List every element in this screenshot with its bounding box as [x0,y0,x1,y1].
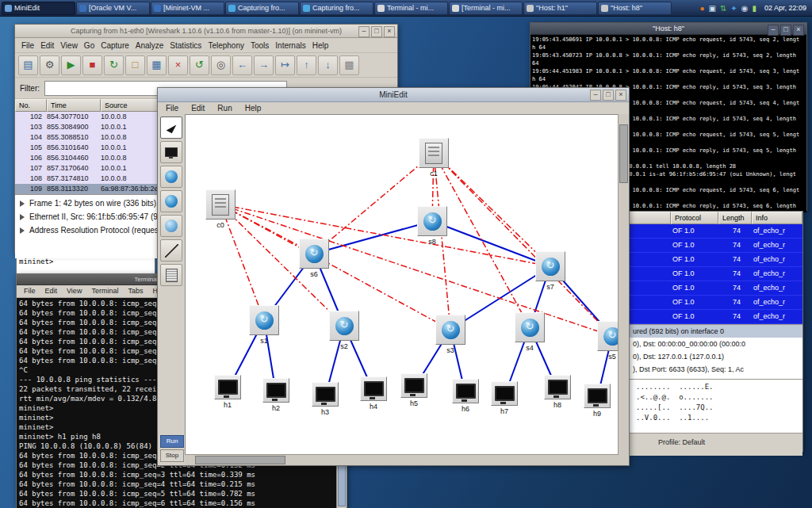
node-c0[interactable]: c0 [205,189,236,229]
canvas-vscrollbar[interactable] [618,114,629,455]
menu-analyze[interactable]: Analyze [132,39,167,52]
netlink-tool[interactable] [160,239,182,262]
menu-view[interactable]: View [62,285,86,297]
taskbar-item[interactable]: [Terminal - mi... [449,2,523,15]
maximize-button[interactable]: □ [780,25,791,36]
run-button[interactable]: Run [160,435,184,448]
legacy-switch-tool[interactable] [160,190,182,212]
link-c0-s7[interactable] [220,204,550,266]
menu-edit[interactable]: Edit [40,285,63,297]
node-h7[interactable]: h7 [489,381,519,415]
menu-help[interactable]: Help [309,39,332,52]
link-c1-s5[interactable] [434,153,612,336]
menu-file[interactable]: File [19,285,40,297]
host-tool[interactable] [160,141,182,163]
colorize-icon[interactable]: ▩ [339,55,359,75]
scrollbar-thumb[interactable] [195,456,285,464]
stop-capture-icon[interactable]: ■ [82,55,102,75]
of-packet-row[interactable]: OF 1.074of_echo_r [606,239,802,253]
menu-telephony[interactable]: Telephony [205,39,247,52]
open-file-icon[interactable]: □ [125,55,145,75]
node-h6[interactable]: h6 [450,379,481,413]
node-s3[interactable]: s3 [435,315,465,354]
menu-help[interactable]: Help [239,102,268,115]
node-s6[interactable]: s6 [299,239,329,278]
node-h5[interactable]: h5 [399,373,429,407]
of-detail-line[interactable]: ured (592 bits) on interface 0 [606,325,802,338]
menu-statistics[interactable]: Statistics [167,39,205,52]
clock[interactable]: 02 Apr, 22:09 [764,4,806,12]
node-s5[interactable]: s5 [597,321,620,361]
of-detail-line[interactable]: 0), Dst: 00:00:00_00:00:00 (00:00:0 [606,338,802,350]
menu-tabs[interactable]: Tabs [123,285,147,297]
node-c1[interactable]: c1 [419,138,449,178]
volume-icon[interactable]: ◉ [741,4,749,13]
of-packet-row[interactable]: OF 1.074of_echo_r [606,267,802,281]
of-packet-row[interactable]: OF 1.074of_echo_r [606,253,802,267]
scrollbar-thumb[interactable] [619,124,628,183]
link-c1-s7[interactable] [434,153,550,266]
menu-edit[interactable]: Edit [185,102,211,115]
menu-internals[interactable]: Internals [272,39,308,52]
close-button[interactable]: × [384,26,395,37]
canvas-hscrollbar[interactable] [185,454,619,465]
menu-edit[interactable]: Edit [37,39,57,52]
column-header-info[interactable]: Info [752,212,802,224]
start-capture-icon[interactable]: ▶ [61,55,81,75]
taskbar-item[interactable]: "Host: h1" [523,2,597,15]
of-packet-row[interactable]: OF 1.074of_echo_r [606,281,802,296]
column-header-protocol[interactable]: Protocol [671,212,718,224]
node-h4[interactable]: h4 [358,376,389,411]
node-h3[interactable]: h3 [310,382,340,416]
bottom-icon[interactable]: ↓ [318,55,338,75]
maximize-button[interactable]: □ [371,26,382,37]
close-file-icon[interactable]: × [168,55,188,75]
close-button[interactable]: × [615,90,626,101]
link-s6-s8[interactable] [314,221,432,254]
menu-tools[interactable]: Tools [247,39,272,52]
node-s2[interactable]: s2 [329,311,359,350]
notification-icon[interactable]: ● [699,4,704,13]
controller-tool[interactable] [160,264,182,286]
menu-terminal[interactable]: Terminal [86,285,123,297]
node-s8[interactable]: s8 [417,206,447,246]
menu-go[interactable]: Go [81,39,98,52]
node-s1[interactable]: s1 [249,305,279,345]
network-icon[interactable]: ⇅ [720,4,726,13]
node-h8[interactable]: h8 [542,375,573,409]
of-packet-row[interactable]: OF 1.074of_echo_r [606,310,802,324]
power-icon[interactable]: ▮ [752,4,756,13]
menu-file[interactable]: File [159,102,185,115]
minimize-button[interactable]: – [590,90,601,101]
taskbar-item[interactable]: Terminal - mi... [374,2,448,15]
display-icon[interactable]: ▣ [708,4,715,13]
capture-options-icon[interactable]: ⚙ [40,55,59,75]
node-s7[interactable]: s7 [535,251,565,291]
column-header-time[interactable]: Time [47,99,101,112]
find-icon[interactable]: ◎ [211,55,231,75]
maximize-button[interactable]: □ [603,90,614,101]
node-h2[interactable]: h2 [261,378,291,412]
of-packet-row[interactable]: OF 1.074of_echo_r [606,296,802,310]
minimize-button[interactable]: – [768,25,779,36]
topology-canvas[interactable]: c0c1s8s6s7s1s2s3s4s5h1h2h3h4h5h6h7h8h9 [185,114,620,455]
host-h8-titlebar[interactable]: "Host: h8" – □ × [530,23,806,35]
menu-capture[interactable]: Capture [98,39,132,52]
taskbar-item[interactable]: [Mininet-VM ... [151,2,224,15]
column-header-no[interactable]: No. [15,99,47,112]
menu-file[interactable]: File [18,39,37,52]
select-tool[interactable] [160,116,182,139]
list-interfaces-icon[interactable]: ▤ [18,55,38,75]
restart-capture-icon[interactable]: ↻ [104,55,124,75]
taskbar-item[interactable]: Capturing fro... [225,2,299,15]
node-h1[interactable]: h1 [213,375,243,409]
top-icon[interactable]: ↑ [297,55,316,75]
menu-view[interactable]: View [57,39,81,52]
menu-run[interactable]: Run [211,102,238,115]
switch-tool[interactable] [160,166,182,188]
column-header-length[interactable]: Length [718,212,752,224]
legacy-router-tool[interactable] [160,215,182,237]
taskbar-item[interactable]: [Oracle VM V... [76,2,150,15]
wireshark-titlebar[interactable]: Capturing from h1-eth0 [Wireshark 1.10.6… [15,25,397,38]
minimize-button[interactable]: – [358,26,370,37]
